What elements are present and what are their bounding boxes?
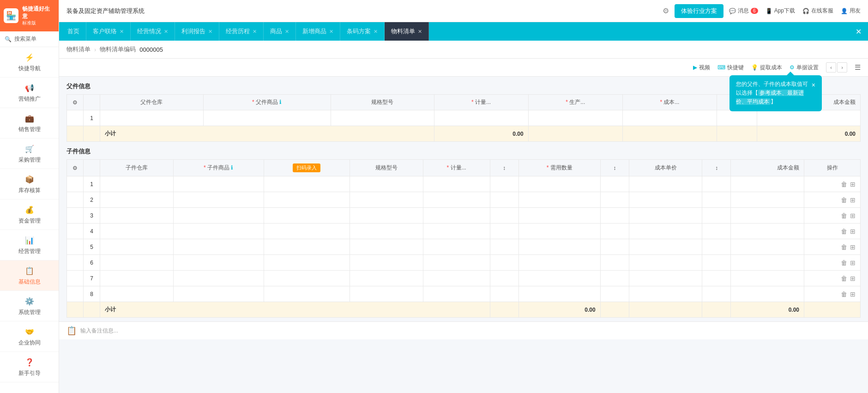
child-row4-unit[interactable] <box>423 224 490 239</box>
tab-profit[interactable]: 利润报告 ✕ <box>175 22 219 41</box>
single-settings-button[interactable]: ⚙ 单据设置 <box>790 64 819 72</box>
nav-next-button[interactable]: › <box>837 62 847 73</box>
child-row2-delete-icon[interactable]: 🗑 <box>841 196 847 204</box>
child-row3-copy-icon[interactable]: ⊞ <box>850 212 856 219</box>
parent-row-production[interactable] <box>528 110 622 126</box>
sidebar-item-system[interactable]: ⚙️系统管理 <box>0 291 59 321</box>
child-row5-unitprice[interactable] <box>629 239 702 255</box>
sidebar-item-basic[interactable]: 📋基础信息 <box>0 260 59 291</box>
sidebar-item-collab[interactable]: 🤝企业协同 <box>0 321 59 352</box>
child-row3-spec[interactable] <box>350 208 423 224</box>
parent-row-product[interactable] <box>203 110 331 126</box>
child-row5-warehouse[interactable] <box>100 239 174 255</box>
sidebar-search[interactable]: 🔍 搜索菜单 <box>0 31 59 47</box>
child-row6-delete-icon[interactable]: 🗑 <box>841 259 847 266</box>
child-row2-unit[interactable] <box>423 192 490 208</box>
child-row2-qty[interactable] <box>518 192 600 208</box>
child-row2-warehouse[interactable] <box>100 192 174 208</box>
tab-operations[interactable]: 经营情况 ✕ <box>131 22 175 41</box>
tab-close-new-product[interactable]: ✕ <box>329 29 333 35</box>
child-row7-unitprice[interactable] <box>629 271 702 286</box>
child-row2-product[interactable] <box>173 192 264 208</box>
child-row1-spec[interactable] <box>350 176 423 192</box>
child-th-gear[interactable]: ⚙ <box>67 160 84 176</box>
child-row5-product[interactable] <box>173 239 264 255</box>
child-row4-spec[interactable] <box>350 224 423 239</box>
child-row7-qty[interactable] <box>518 271 600 286</box>
child-row3-unit[interactable] <box>423 208 490 224</box>
child-row2-unitprice[interactable] <box>629 192 702 208</box>
sidebar-item-quick-nav[interactable]: ⚡快捷导航 <box>0 47 59 78</box>
video-button[interactable]: ▶ 视频 <box>693 64 710 72</box>
child-row5-qty[interactable] <box>518 239 600 255</box>
parent-row-warehouse[interactable] <box>100 110 204 126</box>
tab-product[interactable]: 商品 ✕ <box>264 22 296 41</box>
child-row5-unit[interactable] <box>423 239 490 255</box>
child-row6-spec[interactable] <box>350 255 423 271</box>
child-row8-unitprice[interactable] <box>629 286 702 302</box>
child-row3-qty[interactable] <box>518 208 600 224</box>
child-row5-spec[interactable] <box>350 239 423 255</box>
tab-customer[interactable]: 客户联络 ✕ <box>86 22 131 41</box>
child-row6-product[interactable] <box>173 255 264 271</box>
child-row7-delete-icon[interactable]: 🗑 <box>841 275 847 282</box>
tab-close-history[interactable]: ✕ <box>253 29 257 35</box>
tab-new-product[interactable]: 新增商品 ✕ <box>296 22 340 41</box>
child-row6-copy-icon[interactable]: ⊞ <box>850 259 856 266</box>
breadcrumb-bom[interactable]: 物料清单 <box>66 45 90 54</box>
tab-close-customer[interactable]: ✕ <box>120 29 124 35</box>
tab-close-barcode[interactable]: ✕ <box>374 29 378 35</box>
child-row7-product[interactable] <box>173 271 264 286</box>
child-row2-copy-icon[interactable]: ⊞ <box>850 196 856 204</box>
child-row4-copy-icon[interactable]: ⊞ <box>850 228 856 235</box>
child-row8-copy-icon[interactable]: ⊞ <box>850 290 856 298</box>
child-row5-delete-icon[interactable]: 🗑 <box>841 243 847 251</box>
child-row1-delete-icon[interactable]: 🗑 <box>841 181 847 188</box>
close-all-tabs-icon[interactable]: ✕ <box>851 27 866 36</box>
child-row5-copy-icon[interactable]: ⊞ <box>850 243 856 251</box>
child-row2-spec[interactable] <box>350 192 423 208</box>
child-row7-spec[interactable] <box>350 271 423 286</box>
child-row1-unit[interactable] <box>423 176 490 192</box>
sidebar-item-marketing[interactable]: 📢营销推广 <box>0 78 59 108</box>
settings-icon[interactable]: ⚙ <box>663 6 669 15</box>
note-placeholder[interactable]: 输入备注信息... <box>80 327 118 335</box>
child-row6-warehouse[interactable] <box>100 255 174 271</box>
child-row6-unitprice[interactable] <box>629 255 702 271</box>
child-row4-delete-icon[interactable]: 🗑 <box>841 228 847 235</box>
child-row8-spec[interactable] <box>350 286 423 302</box>
parent-row-unit[interactable] <box>434 110 528 126</box>
child-row7-copy-icon[interactable]: ⊞ <box>850 275 856 282</box>
tab-close-product[interactable]: ✕ <box>285 29 289 35</box>
parent-th-gear[interactable]: ⚙ <box>67 95 84 110</box>
sidebar-item-sales[interactable]: 💼销售管理 <box>0 108 59 139</box>
child-row4-unitprice[interactable] <box>629 224 702 239</box>
tab-home[interactable]: 首页 <box>61 22 86 41</box>
tab-close-bom[interactable]: ✕ <box>418 29 422 35</box>
child-row8-delete-icon[interactable]: 🗑 <box>841 290 847 298</box>
child-row3-unitprice[interactable] <box>629 208 702 224</box>
child-row3-delete-icon[interactable]: 🗑 <box>841 212 847 219</box>
tab-barcode[interactable]: 条码方案 ✕ <box>340 22 385 41</box>
sidebar-item-purchase[interactable]: 🛒采购管理 <box>0 139 59 169</box>
child-row3-warehouse[interactable] <box>100 208 174 224</box>
child-row1-qty[interactable] <box>518 176 600 192</box>
nav-prev-button[interactable]: ‹ <box>826 62 836 73</box>
tab-close-operations[interactable]: ✕ <box>164 29 168 35</box>
child-row8-unit[interactable] <box>423 286 490 302</box>
child-row6-qty[interactable] <box>518 255 600 271</box>
child-row1-warehouse[interactable] <box>100 176 174 192</box>
user-action[interactable]: 👤 用友 <box>841 7 861 15</box>
scan-button[interactable]: 扫码录入 <box>293 163 320 172</box>
child-row1-unitprice[interactable] <box>629 176 702 192</box>
columns-icon[interactable]: ☰ <box>855 63 861 72</box>
extract-cost-button[interactable]: 💡 提取成本 <box>751 64 782 72</box>
child-row7-warehouse[interactable] <box>100 271 174 286</box>
child-row8-product[interactable] <box>173 286 264 302</box>
child-row4-qty[interactable] <box>518 224 600 239</box>
parent-row-cost[interactable] <box>622 110 717 126</box>
child-row1-copy-icon[interactable]: ⊞ <box>850 181 856 188</box>
tooltip-close-button[interactable]: × <box>812 80 815 90</box>
tab-close-profit[interactable]: ✕ <box>208 29 212 35</box>
child-row6-unit[interactable] <box>423 255 490 271</box>
